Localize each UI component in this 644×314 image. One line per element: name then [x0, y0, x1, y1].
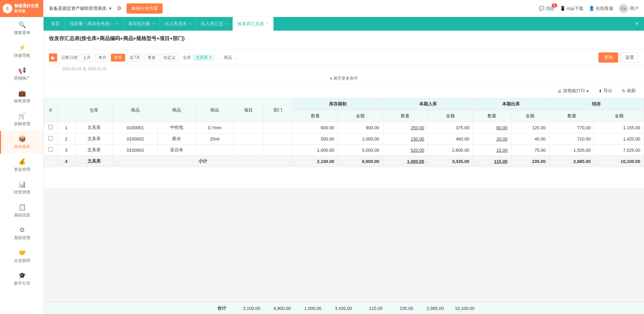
- warehouse-more[interactable]: ...: [216, 55, 220, 60]
- sidebar-item-marketing[interactable]: 📢 营销推广: [0, 63, 43, 85]
- app-download-item[interactable]: 📱 App下载: [560, 5, 583, 12]
- quick-icon: ⚡: [18, 44, 26, 51]
- sidebar-item-purchase[interactable]: 🛒 采购管理: [0, 108, 43, 131]
- sidebar-item-inventory_mgmt[interactable]: 📦 库存核算: [0, 131, 43, 154]
- user-item[interactable]: Ea 用户: [619, 4, 639, 13]
- date-btn-自定义[interactable]: 自定义: [160, 54, 179, 62]
- online-service-item[interactable]: 👤 在线客服: [589, 5, 613, 12]
- cell-out-qty[interactable]: 15.00: [473, 145, 511, 156]
- filter-date-group: 记账日期 上月本月本年近7天更多自定义: [61, 54, 179, 62]
- system-name: 装备及固定资产辅助管理系统: [49, 5, 106, 12]
- sidebar-item-system[interactable]: ⚙ 系统管理: [0, 222, 43, 245]
- system-icon: ⚙: [19, 226, 25, 234]
- tab-close-inventory[interactable]: ×: [116, 21, 118, 26]
- th-out: 本期出库: [473, 98, 549, 110]
- print-label: 按模板打印: [563, 88, 585, 94]
- refresh-btn[interactable]: ↻ 刷新: [619, 86, 639, 95]
- cell-warehouse: 文具库: [75, 145, 113, 156]
- close-all-tabs[interactable]: ×: [633, 21, 641, 27]
- cell-close-amt: 1,420.00: [594, 133, 644, 145]
- message-badge: 6: [552, 3, 557, 7]
- cell-out-qty[interactable]: 80.00: [473, 122, 511, 133]
- user-label: 用户: [630, 5, 639, 12]
- messages-item[interactable]: 💬 消息 6: [539, 5, 555, 12]
- filter-toggle-btn[interactable]: ▶: [49, 53, 57, 62]
- tab-inventory[interactable]: 现存量（库存分布表）×: [65, 17, 123, 31]
- topbar-right: 💬 消息 6 📱 App下载 👤 在线客服 Ea 用户: [539, 4, 639, 13]
- query-button[interactable]: 查询: [598, 52, 618, 63]
- tab-home[interactable]: 首页: [46, 17, 65, 31]
- th-code: 商品: [113, 98, 158, 122]
- cell-num: 3: [57, 145, 75, 156]
- filter-goods-group: 商品 ...: [224, 55, 237, 61]
- subtotal-close-amt: 10,100.00: [594, 156, 644, 167]
- sidebar-item-operations[interactable]: 📊 经营管理: [0, 177, 43, 199]
- tab-label-receive_send: 收发存汇总表: [237, 21, 264, 27]
- print-btn[interactable]: 🖨 按模板打印 ▾: [555, 86, 592, 95]
- sidebar-item-quick[interactable]: ⚡ 快捷导航: [0, 40, 43, 63]
- tab-receive_send[interactable]: 收发存汇总表×: [233, 17, 274, 31]
- sidebar-item-guide[interactable]: 🎓 新手引导: [0, 268, 43, 291]
- sidebar-item-enterprise[interactable]: 🤝 企业协同: [0, 245, 43, 268]
- tab-close-batch[interactable]: ×: [152, 21, 155, 26]
- cell-checkbox[interactable]: [44, 145, 57, 156]
- footer-open-qty: 2,100.00: [233, 306, 264, 311]
- sidebar-item-finance[interactable]: 💰 资金管理: [0, 154, 43, 177]
- cell-out-amt: 120.00: [511, 122, 549, 133]
- expand-label: 展开更多条件: [333, 76, 358, 81]
- cell-open-qty: 600.00: [293, 122, 338, 133]
- logo-sub: 标准版: [14, 9, 39, 14]
- cell-goods: 采访本: [158, 145, 196, 156]
- cell-in-qty[interactable]: 250.00: [383, 122, 428, 133]
- trial-button[interactable]: 体验行业方案: [127, 3, 163, 14]
- filter-actions: 查询 设置: [598, 52, 639, 63]
- enterprise-icon: 🤝: [18, 249, 26, 257]
- date-btn-上月[interactable]: 上月: [80, 54, 94, 62]
- tab-inout_summary[interactable]: 出入库汇总×: [196, 17, 233, 31]
- footer-close-amt: 10,100.00: [447, 306, 478, 311]
- main-table: ⚙ 仓库 商品 商品 商品 项目 部门 库存期初 本期入库 本期出库: [44, 98, 644, 167]
- system-dropdown[interactable]: ▾: [109, 6, 112, 11]
- th-in-amt: 金额: [428, 110, 473, 122]
- subtotal-out-qty: 115.00: [473, 156, 511, 167]
- table-wrapper: ⚙ 仓库 商品 商品 商品 项目 部门 库存期初 本期入库 本期出库: [44, 98, 644, 187]
- cell-checkbox[interactable]: [44, 133, 57, 145]
- settings-icon[interactable]: ⚙: [114, 4, 124, 13]
- goods-more[interactable]: ...: [234, 55, 237, 60]
- sidebar-item-search[interactable]: 🔍 搜索菜单: [0, 17, 43, 40]
- sidebar-label-enterprise: 企业协同: [14, 258, 30, 264]
- date-buttons: 上月本月本年近7天更多自定义: [80, 54, 179, 62]
- cell-num: 2: [57, 133, 75, 145]
- subtotal-in-qty: 1,000.00: [383, 156, 428, 167]
- subtotal-open-amt: 6,900.00: [338, 156, 383, 167]
- tab-close-inout_flow[interactable]: ×: [189, 21, 191, 26]
- page-title: 收发存汇总表(按仓库+商品编码+商品+规格型号+项目+部门): [49, 35, 639, 42]
- expand-button[interactable]: ▾ 展开更多条件: [330, 76, 358, 81]
- cell-in-qty[interactable]: 520.00: [383, 145, 428, 156]
- date-btn-近7天[interactable]: 近7天: [127, 54, 143, 62]
- date-btn-本月[interactable]: 本月: [95, 54, 110, 62]
- footer-out-qty: 115.00: [356, 306, 386, 311]
- sidebar-label-guide: 新手引导: [14, 281, 30, 286]
- online-service-label: 在线客服: [596, 5, 613, 12]
- date-btn-本年[interactable]: 本年: [111, 54, 125, 62]
- subtotal-cell-1: [44, 156, 57, 167]
- tab-close-inout_summary[interactable]: ×: [225, 21, 228, 26]
- sidebar-item-sales[interactable]: 💼 销售管理: [0, 85, 43, 108]
- export-btn[interactable]: ⬇ 导出: [596, 86, 615, 95]
- warehouse-label: 仓库: [183, 55, 191, 61]
- settings-filter-button[interactable]: 设置: [621, 52, 639, 63]
- warehouse-close-icon[interactable]: ×: [209, 55, 212, 60]
- tab-close-receive_send[interactable]: ×: [266, 21, 268, 26]
- th-out-qty: 数量: [473, 110, 511, 122]
- date-btn-更多[interactable]: 更多: [145, 54, 159, 62]
- tab-batch[interactable]: 库存批次账×: [123, 17, 160, 31]
- tab-inout_flow[interactable]: 出入库流水×: [160, 17, 196, 31]
- refresh-label: 刷新: [627, 88, 636, 94]
- cell-in-qty[interactable]: 230.00: [383, 133, 428, 145]
- cell-out-qty[interactable]: 20.00: [473, 133, 511, 145]
- cell-checkbox[interactable]: [44, 122, 57, 133]
- table-settings-icon[interactable]: ⚙: [49, 108, 53, 113]
- sidebar-item-basic[interactable]: 📋 基础信息: [0, 199, 43, 222]
- cell-code: 0100003: [113, 145, 158, 156]
